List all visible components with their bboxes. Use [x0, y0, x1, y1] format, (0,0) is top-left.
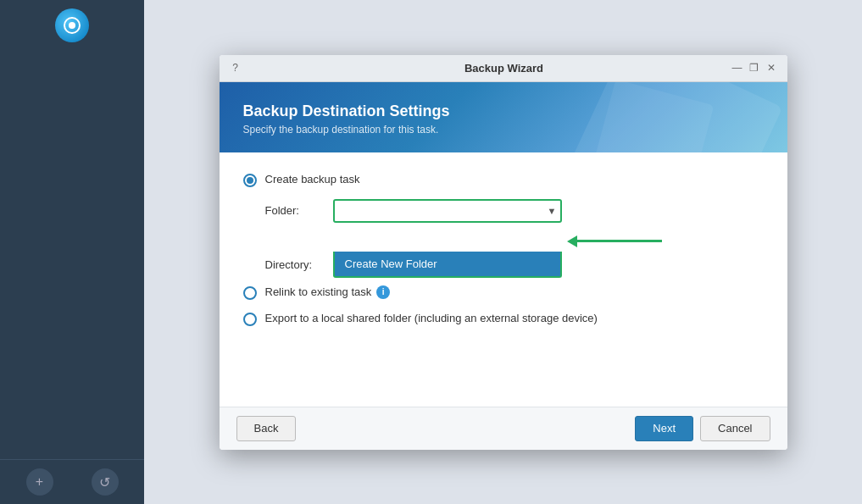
arrow-head-icon [567, 235, 577, 247]
restore-button[interactable]: ❐ [747, 60, 762, 75]
minimize-button[interactable]: — [730, 60, 745, 75]
option1-radio[interactable] [243, 174, 257, 187]
help-button[interactable]: ? [228, 60, 243, 75]
info-icon[interactable]: i [376, 285, 390, 299]
option2-radio[interactable] [243, 286, 257, 300]
create-new-folder-item[interactable]: Create New Folder [335, 252, 560, 276]
option3-label[interactable]: Export to a local shared folder (includi… [265, 312, 598, 324]
footer-left: Back [236, 416, 297, 441]
folder-label: Folder: [265, 204, 333, 217]
titlebar: ? Backup Wizard — ❐ ✕ [220, 55, 787, 82]
option1-label[interactable]: Create backup task [265, 173, 360, 186]
folder-input-wrapper: ▼ [333, 199, 562, 223]
header-subtitle: Specify the backup destination for this … [243, 124, 764, 136]
folder-select[interactable] [333, 199, 562, 223]
sidebar-bottom: + ↺ [0, 459, 144, 504]
option2-label[interactable]: Relink to existing task [265, 285, 372, 298]
main-area: ? Backup Wizard — ❐ ✕ Backup Destination… [144, 0, 862, 504]
sidebar: + ↺ [0, 0, 144, 504]
next-button[interactable]: Next [635, 416, 693, 441]
dialog-header: Backup Destination Settings Specify the … [220, 82, 787, 152]
header-title: Backup Destination Settings [243, 102, 764, 120]
arrow-annotation [567, 235, 662, 247]
footer-right: Next Cancel [635, 416, 770, 441]
history-button[interactable]: ↺ [92, 468, 119, 496]
option3-row: Export to a local shared folder (includi… [243, 312, 764, 326]
option1-row: Create backup task [243, 173, 764, 187]
folder-dropdown: Create New Folder [333, 252, 562, 278]
dialog-footer: Back Next Cancel [220, 407, 787, 450]
arrow-line [577, 240, 662, 242]
add-button[interactable]: + [26, 468, 53, 496]
option2-row: Relink to existing task i [243, 285, 764, 300]
app-logo [55, 8, 89, 42]
svg-point-1 [69, 22, 75, 29]
directory-label: Directory: [265, 258, 333, 271]
titlebar-title: Backup Wizard [279, 62, 730, 75]
close-button[interactable]: ✕ [764, 60, 779, 75]
folder-row: Folder: ▼ [265, 199, 764, 223]
option3-radio[interactable] [243, 313, 257, 326]
dialog-body: Create backup task Folder: ▼ Crea [220, 152, 787, 407]
folder-field-group: Folder: ▼ Create New Folder [265, 199, 764, 277]
dialog-window: ? Backup Wizard — ❐ ✕ Backup Destination… [220, 55, 787, 450]
cancel-button[interactable]: Cancel [700, 416, 770, 441]
window-controls: — ❐ ✕ [730, 60, 779, 75]
back-button[interactable]: Back [236, 416, 297, 441]
